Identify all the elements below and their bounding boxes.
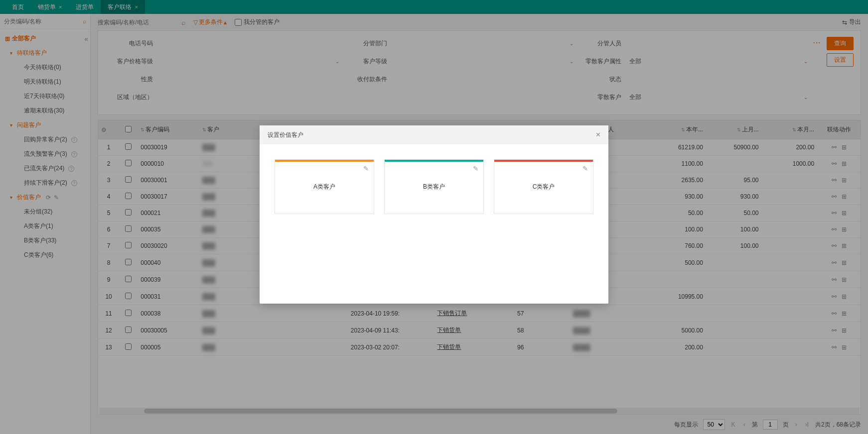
modal-title: 设置价值客户: [268, 131, 303, 139]
card-c-customer[interactable]: ✎C类客户: [494, 159, 593, 214]
card-a-customer[interactable]: ✎A类客户: [275, 159, 374, 214]
modal-overlay[interactable]: 设置价值客户 × ✎A类客户 ✎B类客户 ✎C类客户: [0, 0, 868, 434]
value-customer-modal: 设置价值客户 × ✎A类客户 ✎B类客户 ✎C类客户: [260, 125, 608, 304]
edit-icon[interactable]: ✎: [363, 165, 369, 172]
card-b-customer[interactable]: ✎B类客户: [384, 159, 484, 214]
edit-icon[interactable]: ✎: [473, 165, 478, 172]
close-icon[interactable]: ×: [596, 130, 600, 139]
edit-icon[interactable]: ✎: [582, 165, 588, 172]
